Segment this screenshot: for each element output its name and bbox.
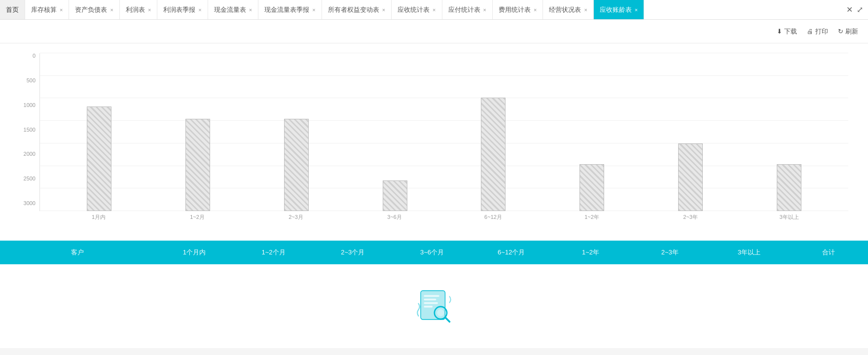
bar-group: [383, 180, 407, 212]
tab-cashflow-quarterly[interactable]: 现金流量表季报×: [258, 0, 322, 20]
tab-close-operation[interactable]: ×: [584, 7, 587, 13]
th-cell-5: 6~12个月: [471, 248, 551, 257]
chart-bar: [185, 119, 210, 212]
chart-bar: [87, 106, 111, 212]
print-icon: 🖨: [807, 28, 813, 35]
svg-rect-1: [424, 295, 439, 297]
x-label: 1~2月: [185, 213, 210, 221]
bar-group: [481, 98, 506, 211]
x-label: 1月内: [86, 213, 111, 221]
tab-payable-stat[interactable]: 应付统计表×: [442, 0, 493, 20]
download-button[interactable]: ⬇下载: [777, 27, 797, 36]
bar-group: [579, 164, 604, 211]
th-cell-4: 3~6个月: [393, 248, 472, 257]
svg-rect-2: [424, 299, 436, 301]
y-axis: 300025002000150010005000: [20, 53, 39, 221]
bar-group: [777, 164, 801, 211]
tab-close-cashflow[interactable]: ×: [249, 7, 252, 13]
chart-bar: [777, 164, 801, 211]
tab-home[interactable]: 首页: [0, 0, 25, 20]
x-labels: 1月内1~2月2~3月3~6月6~12月1~2年2~3年3年以上: [39, 211, 848, 221]
x-label: 6~12月: [481, 213, 506, 221]
x-label: 2~3月: [284, 213, 308, 221]
tab-close-payable-stat[interactable]: ×: [483, 7, 486, 13]
empty-icon: [412, 284, 456, 328]
tab-operation[interactable]: 经营状况表×: [543, 0, 593, 20]
y-label: 3000: [24, 201, 36, 206]
th-cell-2: 1~2个月: [234, 248, 313, 257]
th-cell-0: 客户: [0, 248, 154, 257]
x-label: 3~6月: [382, 213, 407, 221]
chart-container: 300025002000150010005000 1月内1~2月2~3月3~6月…: [20, 53, 848, 221]
close-button[interactable]: ✕: [846, 5, 853, 14]
bar-group: [678, 143, 703, 212]
th-cell-8: 3年以上: [710, 248, 789, 257]
tab-close-inventory[interactable]: ×: [60, 7, 63, 13]
th-cell-3: 2~3个月: [313, 248, 393, 257]
grid-and-bars: [39, 53, 848, 211]
table-header: 客户1个月内1~2个月2~3个月3~6个月6~12个月1~2年2~3年3年以上合…: [0, 241, 868, 264]
chart-area: 300025002000150010005000 1月内1~2月2~3月3~6月…: [0, 43, 868, 241]
tab-profit-quarterly[interactable]: 利润表季报×: [157, 0, 208, 20]
svg-line-6: [445, 318, 450, 322]
tab-close-aging[interactable]: ×: [635, 7, 638, 13]
bars-row: [40, 53, 848, 211]
chart-bar: [579, 164, 604, 211]
th-cell-9: 合计: [789, 248, 868, 257]
tab-equity[interactable]: 所有者权益变动表×: [322, 0, 392, 20]
th-cell-7: 2~3年: [630, 248, 710, 257]
chart-bar: [481, 98, 506, 211]
tab-close-profit[interactable]: ×: [148, 7, 151, 13]
y-label: 2500: [24, 176, 36, 181]
header-actions: ⬇下载🖨打印↻刷新: [777, 27, 858, 36]
tab-receivable-stat[interactable]: 应收统计表×: [392, 0, 442, 20]
x-label: 3年以上: [777, 213, 801, 221]
tab-aging[interactable]: 应收账龄表×: [594, 0, 644, 20]
y-label: 2000: [24, 151, 36, 157]
tab-expense-stat[interactable]: 费用统计表×: [493, 0, 543, 20]
page-header: ⬇下载🖨打印↻刷新: [0, 20, 868, 43]
y-label: 500: [27, 78, 36, 83]
print-button[interactable]: 🖨打印: [807, 27, 828, 36]
chart-bar: [678, 143, 703, 212]
x-label: 2~3年: [678, 213, 703, 221]
empty-area: [0, 264, 868, 348]
tab-balance[interactable]: 资产负债表×: [69, 0, 119, 20]
tab-close-receivable-stat[interactable]: ×: [433, 7, 435, 13]
y-label: 0: [33, 53, 36, 59]
svg-rect-4: [424, 306, 433, 308]
tab-cashflow[interactable]: 现金流量表×: [208, 0, 258, 20]
svg-point-7: [437, 309, 444, 316]
tab-inventory[interactable]: 库存核算×: [25, 0, 69, 20]
window-controls: ✕ ⤢: [841, 5, 868, 14]
tab-close-profit-quarterly[interactable]: ×: [198, 7, 201, 13]
bar-group: [87, 106, 111, 212]
tab-close-balance[interactable]: ×: [110, 7, 113, 13]
maximize-button[interactable]: ⤢: [857, 5, 863, 14]
bar-group: [185, 119, 210, 212]
tab-bar: 首页库存核算×资产负债表×利润表×利润表季报×现金流量表×现金流量表季报×所有者…: [0, 0, 868, 20]
th-cell-6: 1~2年: [551, 248, 630, 257]
refresh-button[interactable]: ↻刷新: [838, 27, 858, 36]
x-label: 1~2年: [579, 213, 604, 221]
tab-profit[interactable]: 利润表×: [120, 0, 157, 20]
tab-close-equity[interactable]: ×: [382, 7, 385, 13]
refresh-icon: ↻: [838, 28, 843, 35]
tab-close-cashflow-quarterly[interactable]: ×: [312, 7, 315, 13]
download-icon: ⬇: [777, 28, 782, 35]
y-label: 1500: [24, 127, 36, 133]
tab-close-expense-stat[interactable]: ×: [534, 7, 537, 13]
th-cell-1: 1个月内: [154, 248, 234, 257]
chart-body: 1月内1~2月2~3月3~6月6~12月1~2年2~3年3年以上: [39, 53, 848, 221]
chart-bar: [383, 180, 407, 212]
bar-group: [284, 119, 309, 212]
chart-bar: [284, 119, 309, 212]
y-label: 1000: [24, 103, 36, 108]
svg-rect-3: [424, 302, 438, 304]
